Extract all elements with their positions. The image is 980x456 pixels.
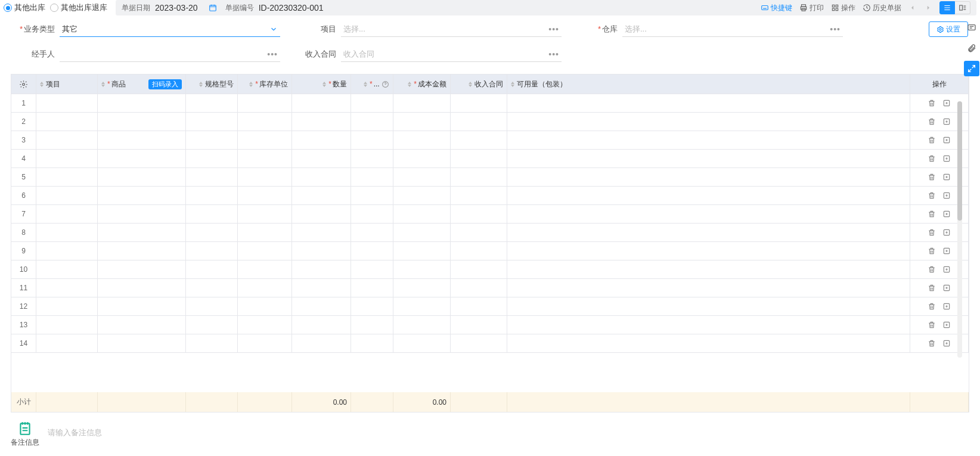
settings-button[interactable]: 设置 — [929, 21, 968, 37]
cell-unit[interactable] — [238, 297, 292, 315]
cell-ext[interactable] — [351, 297, 393, 315]
cell-spec[interactable] — [186, 297, 238, 315]
cell-income[interactable] — [451, 113, 507, 131]
cell-cost[interactable] — [393, 279, 451, 297]
cell-income[interactable] — [451, 150, 507, 167]
next-record-button[interactable] — [924, 4, 932, 11]
cell-unit[interactable] — [238, 150, 292, 167]
cell-cost[interactable] — [393, 334, 451, 352]
cell-avail[interactable] — [507, 224, 910, 241]
cell-income[interactable] — [451, 187, 507, 204]
cell-goods[interactable] — [98, 334, 186, 352]
date-value[interactable]: 2023-03-20 — [155, 3, 198, 13]
cell-goods[interactable] — [98, 205, 186, 223]
add-row-button[interactable] — [942, 302, 951, 311]
cell-unit[interactable] — [238, 94, 292, 112]
cell-qty[interactable] — [292, 187, 351, 204]
cell-project[interactable] — [36, 168, 98, 186]
scan-entry-button[interactable]: 扫码录入 — [148, 79, 182, 89]
cell-unit[interactable] — [238, 168, 292, 186]
add-row-button[interactable] — [942, 265, 951, 274]
add-row-button[interactable] — [942, 154, 951, 163]
rail-comment-button[interactable] — [964, 20, 979, 36]
cell-income[interactable] — [451, 334, 507, 352]
cell-unit[interactable] — [238, 224, 292, 241]
add-row-button[interactable] — [942, 136, 951, 145]
cell-qty[interactable] — [292, 94, 351, 112]
cell-goods[interactable] — [98, 242, 186, 260]
cell-qty[interactable] — [292, 316, 351, 334]
cell-income[interactable] — [451, 94, 507, 112]
cell-project[interactable] — [36, 260, 98, 278]
cell-goods[interactable] — [98, 94, 186, 112]
table-row[interactable]: 6 — [11, 187, 969, 205]
cell-qty[interactable] — [292, 279, 351, 297]
table-scrollbar[interactable] — [957, 101, 962, 358]
table-row[interactable]: 11 — [11, 279, 969, 297]
col-unit[interactable]: *库存单位 — [238, 75, 292, 94]
cell-goods[interactable] — [98, 279, 186, 297]
col-avail[interactable]: 可用量（包装） — [507, 75, 910, 94]
col-qty[interactable]: *数量 — [292, 75, 351, 94]
table-row[interactable]: 14 — [11, 334, 969, 353]
cell-spec[interactable] — [186, 242, 238, 260]
cell-cost[interactable] — [393, 187, 451, 204]
cell-avail[interactable] — [507, 168, 910, 186]
tab-other-out[interactable]: 其他出库 — [4, 2, 45, 13]
cell-qty[interactable] — [292, 260, 351, 278]
delete-row-button[interactable] — [928, 154, 936, 163]
cell-goods[interactable] — [98, 316, 186, 334]
delete-row-button[interactable] — [928, 191, 936, 200]
cell-spec[interactable] — [186, 260, 238, 278]
handler-field[interactable] — [62, 49, 278, 59]
cell-unit[interactable] — [238, 187, 292, 204]
cell-ext[interactable] — [351, 334, 393, 352]
view-list-button[interactable] — [939, 1, 955, 14]
tab-other-out-return[interactable]: 其他出库退库 — [50, 2, 107, 13]
col-cost[interactable]: *成本金额 — [393, 75, 451, 94]
table-row[interactable]: 13 — [11, 316, 969, 334]
cell-goods[interactable] — [98, 260, 186, 278]
cell-spec[interactable] — [186, 316, 238, 334]
cell-income[interactable] — [451, 316, 507, 334]
cell-avail[interactable] — [507, 279, 910, 297]
cell-income[interactable] — [451, 205, 507, 223]
add-row-button[interactable] — [942, 191, 951, 200]
cell-project[interactable] — [36, 334, 98, 352]
cell-ext[interactable] — [351, 224, 393, 241]
warehouse-select[interactable]: 选择... ••• — [622, 21, 843, 37]
cell-ext[interactable] — [351, 279, 393, 297]
cell-cost[interactable] — [393, 113, 451, 131]
col-ellipsis[interactable]: *... — [351, 75, 393, 94]
cell-cost[interactable] — [393, 150, 451, 167]
cell-ext[interactable] — [351, 150, 393, 167]
delete-row-button[interactable] — [928, 302, 936, 311]
cell-goods[interactable] — [98, 187, 186, 204]
cell-income[interactable] — [451, 168, 507, 186]
print-button[interactable]: 打印 — [799, 3, 824, 13]
cell-project[interactable] — [36, 205, 98, 223]
cell-unit[interactable] — [238, 260, 292, 278]
cell-cost[interactable] — [393, 94, 451, 112]
delete-row-button[interactable] — [928, 117, 936, 126]
cell-avail[interactable] — [507, 187, 910, 204]
cell-project[interactable] — [36, 297, 98, 315]
table-row[interactable]: 8 — [11, 224, 969, 242]
cell-spec[interactable] — [186, 334, 238, 352]
cell-qty[interactable] — [292, 334, 351, 352]
cell-goods[interactable] — [98, 131, 186, 149]
biz-type-select[interactable]: 其它 — [60, 21, 280, 37]
cell-spec[interactable] — [186, 113, 238, 131]
delete-row-button[interactable] — [928, 247, 936, 256]
cell-project[interactable] — [36, 224, 98, 241]
add-row-button[interactable] — [942, 173, 951, 182]
cell-qty[interactable] — [292, 297, 351, 315]
cell-ext[interactable] — [351, 242, 393, 260]
add-row-button[interactable] — [942, 284, 951, 293]
cell-project[interactable] — [36, 94, 98, 112]
cell-goods[interactable] — [98, 168, 186, 186]
prev-record-button[interactable] — [908, 4, 917, 11]
delete-row-button[interactable] — [928, 284, 936, 293]
remarks-input[interactable]: 请输入备注信息 — [48, 421, 969, 445]
cell-goods[interactable] — [98, 297, 186, 315]
